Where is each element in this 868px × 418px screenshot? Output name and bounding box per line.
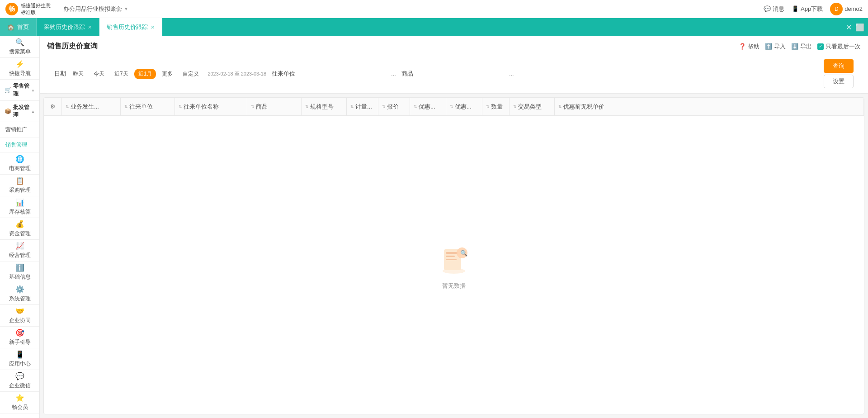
date-btn-1month[interactable]: 近1月 [134, 69, 156, 79]
settings-button[interactable]: 设置 [824, 75, 854, 88]
table-area: ⚙ ⇅ 业务发生... ⇅ 往来单位 ⇅ 往来单位名称 ⇅ 商品 [43, 97, 864, 414]
partner-filter-group: 往来单位 ... [272, 69, 396, 78]
sort-icon-notax: ⇅ [558, 104, 562, 109]
only-last-checkbox-row[interactable]: ✓ 只看最后一次 [817, 43, 861, 51]
tab-home[interactable]: 🏠 首页 [0, 18, 37, 36]
sort-icon-unit-code: ⇅ [124, 104, 128, 109]
date-range-text: 2023-02-18 至 2023-03-18 [208, 71, 266, 77]
th-spec[interactable]: ⇅ 规格型号 [302, 98, 347, 115]
th-settings[interactable]: ⚙ [44, 98, 62, 115]
sidebar-item-system[interactable]: ⚙️ 系统管理 [0, 283, 39, 305]
sort-icon-qty: ⇅ [486, 104, 490, 109]
th-qty[interactable]: ⇅ 数量 [482, 98, 509, 115]
sidebar-item-member[interactable]: ⭐ 畅会员 [0, 392, 39, 413]
basic-icon: ℹ️ [15, 263, 24, 272]
avatar: D [830, 3, 843, 15]
close-window-icon[interactable]: ✕ [846, 23, 852, 32]
sidebar-item-wechat[interactable]: 💬 企业微信 [0, 370, 39, 392]
search-icon: 🔍 [15, 38, 24, 47]
sidebar-item-ecommerce[interactable]: 🌐 电商管理 [0, 153, 39, 175]
product-filter-group: 商品 ... [401, 69, 514, 78]
home-icon: 🏠 [7, 24, 14, 31]
sidebar-item-enterprise[interactable]: 🤝 企业协同 [0, 305, 39, 327]
date-filter-group: 日期 昨天 今天 近7天 近1月 更多 自定义 2023-02-18 至 202… [54, 69, 266, 79]
logo-text: 畅捷通好生意 标准版 [21, 2, 51, 15]
app-selector[interactable]: 办公用品行业模拟账套 ▼ [63, 5, 128, 13]
date-btn-more[interactable]: 更多 [158, 69, 177, 79]
tab-sales-close-icon[interactable]: ✕ [151, 24, 155, 30]
operations-icon: 📈 [15, 242, 24, 250]
sidebar-item-marketing[interactable]: 营销推广 [0, 122, 39, 138]
sidebar-item-basic[interactable]: ℹ️ 基础信息 [0, 261, 39, 283]
empty-illustration: 🔍 [436, 240, 472, 276]
wholesale-icon: 📦 [5, 108, 11, 114]
tab-bar-actions: ✕ ⬜ [846, 23, 868, 32]
wechat-icon: 💬 [15, 372, 24, 380]
top-bar-left: 畅 畅捷通好生意 标准版 办公用品行业模拟账套 ▼ [5, 2, 128, 15]
date-btn-custom[interactable]: 自定义 [179, 69, 203, 79]
sidebar-item-inventory[interactable]: 📊 库存核算 [0, 196, 39, 218]
date-btn-yesterday[interactable]: 昨天 [69, 69, 88, 79]
sort-icon-discount1: ⇅ [414, 104, 417, 109]
th-product[interactable]: ⇅ 商品 [247, 98, 302, 115]
th-price[interactable]: ⇅ 报价 [378, 98, 410, 115]
th-unit-name[interactable]: ⇅ 往来单位名称 [175, 98, 247, 115]
empty-text: 暂无数据 [442, 282, 466, 290]
svg-rect-3 [446, 256, 455, 257]
maximize-icon[interactable]: ⬜ [855, 23, 864, 32]
message-icon: 💬 [764, 5, 771, 12]
main-layout: 🔍 搜索菜单 ⚡ 快捷导航 🛒 零售管理 📦 批发管理 营销推广 销售管理 🌐 … [0, 36, 868, 418]
sort-icon-unit-name: ⇅ [179, 104, 182, 109]
message-button[interactable]: 💬 消息 [764, 5, 784, 13]
sidebar-item-search[interactable]: 🔍 搜索菜单 [0, 36, 39, 58]
help-button[interactable]: ❓ 帮助 [739, 43, 760, 51]
sort-icon-price: ⇅ [382, 104, 386, 109]
export-button[interactable]: ⬇️ 导出 [791, 43, 812, 51]
th-discount1[interactable]: ⇅ 优惠... [410, 98, 446, 115]
th-type[interactable]: ⇅ 交易类型 [509, 98, 555, 115]
th-unit[interactable]: ⇅ 计量... [347, 98, 378, 115]
import-button[interactable]: ⬆️ 导入 [765, 43, 786, 51]
sidebar-item-finance[interactable]: 💰 资金管理 [0, 218, 39, 240]
inventory-icon: 📊 [15, 198, 24, 207]
sidebar-item-quicknav[interactable]: ⚡ 快捷导航 [0, 58, 39, 80]
chevron-down-icon: ▼ [124, 6, 128, 11]
page-actions: ❓ 帮助 ⬆️ 导入 ⬇️ 导出 ✓ 只看最后一次 [739, 43, 861, 51]
sort-icon-discount2: ⇅ [450, 104, 453, 109]
sidebar-item-newbie[interactable]: 🎯 新手引导 [0, 327, 39, 348]
date-btn-7days[interactable]: 近7天 [110, 69, 132, 79]
purchase-icon: 📋 [15, 176, 24, 185]
retail-icon: 🛒 [5, 87, 11, 93]
partner-input[interactable] [298, 69, 388, 78]
sidebar-item-wholesale[interactable]: 📦 批发管理 [0, 101, 39, 122]
sidebar-item-sales-mgmt[interactable]: 销售管理 [0, 138, 39, 153]
page-title: 销售历史价查询 [47, 42, 98, 51]
th-discount2[interactable]: ⇅ 优惠... [446, 98, 482, 115]
tab-bar: 🏠 首页 采购历史价跟踪 ✕ 销售历史价跟踪 ✕ ✕ ⬜ [0, 18, 868, 36]
sidebar-item-apps[interactable]: 📱 应用中心 [0, 348, 39, 370]
th-unit-code[interactable]: ⇅ 往来单位 [121, 98, 175, 115]
only-last-checkbox[interactable]: ✓ [817, 43, 824, 50]
query-button[interactable]: 查询 [824, 59, 854, 73]
newbie-icon: 🎯 [15, 328, 24, 337]
sort-icon-date: ⇅ [66, 104, 69, 109]
table-header: ⚙ ⇅ 业务发生... ⇅ 往来单位 ⇅ 往来单位名称 ⇅ 商品 [44, 98, 864, 116]
download-button[interactable]: 📱 App下载 [792, 5, 823, 13]
th-notax[interactable]: ⇅ 优惠前无税单价 [555, 98, 864, 115]
th-date[interactable]: ⇅ 业务发生... [62, 98, 121, 115]
product-dots-button[interactable]: ... [509, 71, 514, 77]
date-btn-today[interactable]: 今天 [90, 69, 108, 79]
tab-sales[interactable]: 销售历史价跟踪 ✕ [99, 18, 162, 36]
tab-purchase[interactable]: 采购历史价跟踪 ✕ [37, 18, 99, 36]
btn-group-right: 查询 设置 [824, 59, 854, 88]
sidebar-item-operations[interactable]: 📈 经营管理 [0, 240, 39, 261]
product-input[interactable] [416, 69, 506, 78]
sidebar-item-purchase-mgmt[interactable]: 📋 采购管理 [0, 175, 39, 196]
sort-icon-unit: ⇅ [350, 104, 354, 109]
sidebar-item-retail[interactable]: 🛒 零售管理 [0, 80, 39, 101]
partner-dots-button[interactable]: ... [391, 71, 396, 77]
user-menu-button[interactable]: D demo2 [830, 3, 863, 15]
top-bar-right: 💬 消息 📱 App下载 D demo2 [764, 3, 863, 15]
sidebar: 🔍 搜索菜单 ⚡ 快捷导航 🛒 零售管理 📦 批发管理 营销推广 销售管理 🌐 … [0, 36, 40, 418]
tab-purchase-close-icon[interactable]: ✕ [88, 24, 92, 30]
